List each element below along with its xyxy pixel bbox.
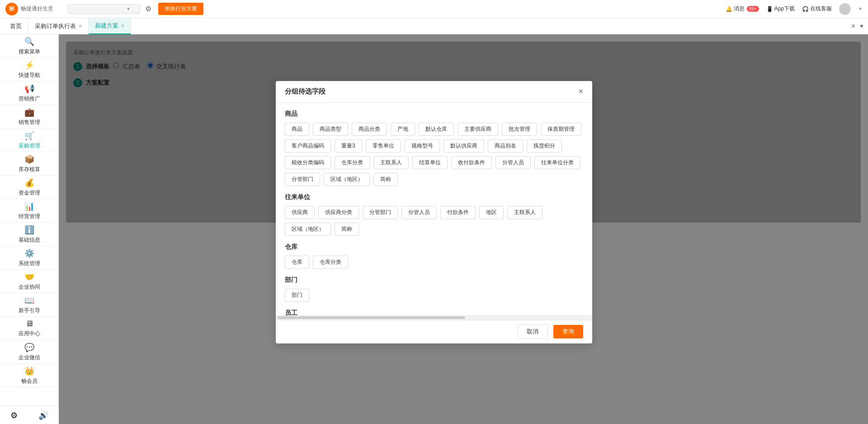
cancel-button[interactable]: 取消 xyxy=(517,324,548,339)
field-tag[interactable]: 地区 xyxy=(479,206,504,219)
field-tag[interactable]: 简称 xyxy=(335,223,359,236)
sidebar-item-apps[interactable]: 🖥 应用中心 xyxy=(0,317,58,340)
cart-icon: 🛒 xyxy=(24,131,34,141)
field-tag[interactable]: 仓库分类 xyxy=(313,256,348,269)
field-tag[interactable]: 区域（地区） xyxy=(324,173,370,186)
field-tag[interactable]: 区域（地区） xyxy=(285,223,331,236)
book-icon: 📖 xyxy=(24,295,34,305)
sidebar-item-collab-label: 企业协同 xyxy=(19,283,40,291)
sidebar-item-system[interactable]: ⚙️ 系统管理 xyxy=(0,246,58,270)
notification-label: 消息 xyxy=(734,5,745,13)
field-tag[interactable]: 分管人员 xyxy=(401,206,437,219)
sidebar-item-search[interactable]: 🔍 搜索菜单 xyxy=(0,34,58,58)
scrollbar-thumb xyxy=(278,316,465,319)
field-tag[interactable]: 税收分类编码 xyxy=(285,156,331,169)
field-tag[interactable]: 产地 xyxy=(391,123,415,136)
field-tag[interactable]: 结算单位 xyxy=(412,156,448,169)
field-tag[interactable]: 保质期管理 xyxy=(541,123,581,136)
field-tag[interactable]: 默认供应商 xyxy=(443,139,484,152)
tab-home[interactable]: 首页 xyxy=(4,18,28,34)
field-tag[interactable]: 分管人员 xyxy=(495,156,531,169)
tab-purchase-list-close[interactable]: × xyxy=(79,23,82,29)
section-product-grid: 商品 商品类型 商品分类 产地 默认仓库 主要供应商 批次管理 保质期管理 客户… xyxy=(285,123,583,186)
sidebar-item-marketing[interactable]: 📢 营销推广 xyxy=(0,81,58,105)
tab-purchase-list[interactable]: 采购订单执行表 × xyxy=(28,18,89,34)
field-tag[interactable]: 零售单位 xyxy=(366,139,401,152)
settings-icon: ⚙ xyxy=(10,411,18,420)
field-tag[interactable]: 供应商分类 xyxy=(318,206,359,219)
chevron-down-icon-3[interactable]: ▼ xyxy=(859,23,864,29)
logo-icon: 标 xyxy=(5,3,18,15)
bottom-settings-button[interactable]: ⚙ xyxy=(10,410,18,420)
field-tag[interactable]: 商品 xyxy=(285,123,309,136)
section-partner-title: 往来单位 xyxy=(285,193,583,201)
lightning-icon: ⚡ xyxy=(24,60,34,70)
field-tag[interactable]: 仓库分类 xyxy=(335,156,370,169)
system-icon: ⚙️ xyxy=(24,248,34,258)
field-tag[interactable]: 分管部门 xyxy=(363,206,398,219)
sidebar-item-inventory[interactable]: 📦 库存核算 xyxy=(0,152,58,176)
field-tag[interactable]: 仓库 xyxy=(285,256,309,269)
content-wrapper: 采购订单执行表方案设置 1 选择模板 汇总表 交叉统计表 2 方案配置 xyxy=(59,34,868,424)
field-tag[interactable]: 主要供应商 xyxy=(458,123,498,136)
field-tag[interactable]: 商品分类 xyxy=(352,123,387,136)
sidebar-item-purchase[interactable]: 🛒 采购管理 xyxy=(0,129,58,152)
field-tag[interactable]: 规格型号 xyxy=(405,139,440,152)
tab-home-label: 首页 xyxy=(10,22,22,30)
field-tag[interactable]: 分管部门 xyxy=(285,173,320,186)
field-tag[interactable]: 收付款条件 xyxy=(451,156,492,169)
handshake-icon: 🤝 xyxy=(24,272,34,282)
search-input[interactable] xyxy=(72,6,126,12)
sidebar-item-operations[interactable]: 📊 经营管理 xyxy=(0,199,58,223)
notification-item[interactable]: 🔔 消息 99+ xyxy=(726,5,759,13)
wechat-icon: 💬 xyxy=(24,343,34,353)
sidebar-item-marketing-label: 营销推广 xyxy=(19,95,40,103)
sidebar: 🔍 搜索菜单 ⚡ 快捷导航 📢 营销推广 💼 销售管理 🛒 采购管理 📦 库存核… xyxy=(0,34,59,424)
field-tag[interactable]: 供应商 xyxy=(285,206,315,219)
field-tag[interactable]: 主联系人 xyxy=(507,206,542,219)
confirm-button[interactable]: 查询 xyxy=(553,325,583,338)
trial-button[interactable]: 体验行业方案 xyxy=(158,3,203,15)
field-tag[interactable]: 商品类型 xyxy=(313,123,348,136)
field-tag[interactable]: 付款条件 xyxy=(440,206,476,219)
tab-bar: 首页 采购订单执行表 × 新建方案 × × ▼ xyxy=(0,18,868,34)
bottom-audio-button[interactable]: 🔊 xyxy=(38,410,48,420)
main-layout: 🔍 搜索菜单 ⚡ 快捷导航 📢 营销推广 💼 销售管理 🛒 采购管理 📦 库存核… xyxy=(0,34,868,424)
sidebar-item-collab[interactable]: 🤝 企业协同 xyxy=(0,270,58,293)
tab-new-plan-close[interactable]: × xyxy=(121,23,124,29)
close-all-icon[interactable]: × xyxy=(851,22,855,30)
sidebar-item-quicknav[interactable]: ⚡ 快捷导航 xyxy=(0,58,58,81)
field-tag[interactable]: 主联系人 xyxy=(373,156,409,169)
sidebar-item-member-label: 畅会员 xyxy=(21,377,38,385)
section-warehouse: 仓库 仓库 仓库分类 xyxy=(285,243,583,269)
header-search-box[interactable]: ▼ xyxy=(68,4,140,14)
crown-icon: 👑 xyxy=(24,366,34,376)
section-product: 商品 商品 商品类型 商品分类 产地 默认仓库 主要供应商 批次管理 保质期管理… xyxy=(285,110,583,186)
field-tag[interactable]: 客户商品编码 xyxy=(285,139,331,152)
sidebar-item-basicinfo[interactable]: ℹ️ 基础信息 xyxy=(0,223,58,246)
modal-horizontal-scrollbar[interactable] xyxy=(276,315,592,320)
field-tag[interactable]: 简称 xyxy=(373,173,398,186)
modal-close-button[interactable]: × xyxy=(578,87,583,96)
app-download-item[interactable]: 📱 App下载 xyxy=(766,5,795,13)
money-icon: 💰 xyxy=(24,178,34,188)
online-service-item[interactable]: 🎧 在线客服 xyxy=(802,5,832,13)
sidebar-item-wechat[interactable]: 💬 企业微信 xyxy=(0,340,58,364)
sidebar-item-wechat-label: 企业微信 xyxy=(19,354,40,362)
field-tag[interactable]: 商品别名 xyxy=(488,139,523,152)
field-tag[interactable]: 往来单位分类 xyxy=(534,156,580,169)
field-tag[interactable]: 默认仓库 xyxy=(419,123,454,136)
tab-new-plan[interactable]: 新建方案 × xyxy=(89,18,131,34)
chevron-down-icon: ▼ xyxy=(126,6,131,11)
sidebar-item-guide[interactable]: 📖 新手引导 xyxy=(0,293,58,317)
sidebar-item-sales[interactable]: 💼 销售管理 xyxy=(0,105,58,129)
gear-button[interactable]: ⚙ xyxy=(142,3,155,15)
field-tag[interactable]: 重量3 xyxy=(335,139,362,152)
sidebar-item-finance[interactable]: 💰 资金管理 xyxy=(0,176,58,199)
field-tag[interactable]: 拣货积分 xyxy=(527,139,562,152)
section-warehouse-grid: 仓库 仓库分类 xyxy=(285,256,583,269)
avatar[interactable] xyxy=(839,3,851,15)
sidebar-item-member[interactable]: 👑 畅会员 xyxy=(0,364,58,387)
field-tag[interactable]: 批次管理 xyxy=(502,123,537,136)
field-tag[interactable]: 部门 xyxy=(285,289,309,302)
